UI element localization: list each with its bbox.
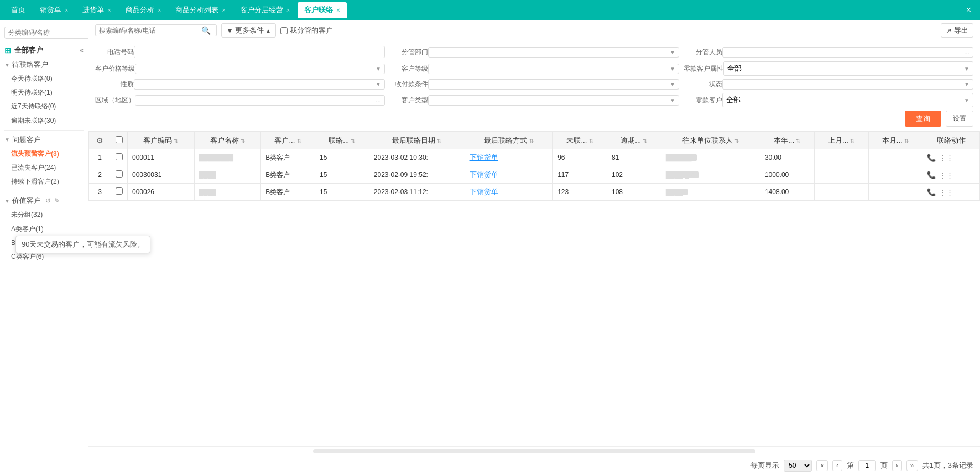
close-tab-analysis-list[interactable]: ×: [222, 7, 225, 13]
zero-customer-select[interactable]: 全部 ▼: [722, 93, 973, 107]
close-tab-analysis[interactable]: ×: [158, 7, 161, 13]
page-unit: 页: [880, 461, 888, 471]
sidebar-item-ungrouped[interactable]: 未分组(32): [0, 208, 88, 222]
th-name: 客户名称 ⇅: [194, 132, 261, 149]
sidebar-item-7days[interactable]: 近7天待联络(0): [0, 100, 88, 113]
manager-select[interactable]: …: [722, 47, 973, 58]
phone-action-icon[interactable]: 📞: [927, 154, 936, 162]
nav-tab-sales[interactable]: 销货单 ×: [33, 2, 75, 18]
close-tab-customer-tier[interactable]: ×: [286, 7, 290, 13]
more-action-icon[interactable]: ⋮⋮: [939, 154, 953, 162]
sort-icon[interactable]: ⇅: [437, 138, 441, 144]
select-all-checkbox[interactable]: [116, 136, 123, 143]
sidebar-search-input[interactable]: [4, 27, 88, 39]
first-page-btn[interactable]: «: [816, 460, 828, 471]
per-page-select[interactable]: 50 100 200: [784, 460, 812, 472]
price-level-select[interactable]: ▼: [135, 64, 385, 74]
sort-icon[interactable]: ⇅: [850, 138, 854, 144]
more-action-icon[interactable]: ⋮⋮: [939, 171, 953, 179]
my-customers-check[interactable]: 我分管的客户: [280, 25, 333, 35]
payment-label: 收付款条件: [389, 80, 428, 89]
row-checkbox[interactable]: [116, 170, 123, 178]
last-page-btn[interactable]: »: [906, 460, 918, 471]
search-button[interactable]: 🔍: [201, 26, 211, 35]
status-select[interactable]: ▼: [722, 79, 973, 90]
nav-tab-analysis[interactable]: 商品分析 ×: [119, 2, 168, 18]
search-input[interactable]: [99, 27, 201, 34]
filter-payment: 收付款条件 ▼: [389, 79, 679, 90]
phone-label: 电话号码: [95, 48, 134, 57]
window-close[interactable]: ×: [962, 5, 976, 15]
sidebar-item-today[interactable]: 今天待联络(0): [0, 72, 88, 86]
group-value-header[interactable]: ▼ 价值客户 ↺ ✎: [0, 194, 88, 208]
filter-row-1: 电话号码 分管部门 ▼ 分管人员 …: [95, 46, 973, 58]
more-action-icon[interactable]: ⋮⋮: [939, 188, 953, 196]
more-conditions-btn[interactable]: ▼ 更多条件 ▲: [221, 23, 276, 38]
my-customers-checkbox[interactable]: [280, 27, 288, 34]
close-tab-sales[interactable]: ×: [65, 7, 68, 13]
sort-icon[interactable]: ⇅: [796, 138, 800, 144]
close-tab-customer-contact[interactable]: ×: [336, 7, 340, 13]
sort-icon[interactable]: ⇅: [734, 138, 739, 144]
nav-home[interactable]: 首页: [4, 3, 32, 17]
row-code: 00030031: [128, 166, 195, 184]
phone-action-icon[interactable]: 📞: [927, 188, 936, 196]
contact-type-link[interactable]: 下销货单: [470, 187, 498, 196]
data-table: ⚙ 客户编码 ⇅ 客户名称 ⇅: [88, 132, 980, 201]
sort-icon[interactable]: ⇅: [643, 138, 647, 144]
next-page-btn[interactable]: ›: [892, 460, 902, 471]
contact-type-link[interactable]: 下销货单: [470, 170, 498, 179]
sidebar-item-tomorrow[interactable]: 明天待联络(1): [0, 86, 88, 100]
scrollbar-area: [88, 446, 980, 456]
horizontal-scrollbar[interactable]: [313, 449, 755, 453]
sidebar-item-declining[interactable]: 持续下滑客户(2): [0, 175, 88, 189]
row-check: [111, 166, 128, 184]
nav-tab-purchase[interactable]: 进货单 ×: [76, 2, 117, 18]
gender-select[interactable]: ▼: [134, 79, 385, 90]
sidebar-item-churned[interactable]: 已流失客户(24): [0, 161, 88, 175]
filter-phone: 电话号码: [95, 46, 385, 58]
group-problem-header[interactable]: ▼ 问题客户: [0, 133, 88, 147]
zero-attr-select[interactable]: 全部 ▼: [723, 61, 973, 76]
sidebar-item-a-class[interactable]: A类客户(1): [0, 222, 88, 236]
payment-select[interactable]: ▼: [428, 79, 679, 90]
customer-level-select[interactable]: ▼: [428, 64, 679, 74]
region-select[interactable]: …: [135, 95, 385, 106]
sort-icon[interactable]: ⇅: [241, 138, 245, 144]
sort-icon[interactable]: ⇅: [297, 138, 301, 144]
contact-type-link[interactable]: 下销货单: [470, 153, 498, 161]
sort-icon[interactable]: ⇅: [589, 138, 593, 144]
customer-type-select[interactable]: ▼: [428, 95, 679, 106]
phone-input[interactable]: [134, 46, 385, 58]
row-checkbox[interactable]: [116, 187, 123, 195]
refresh-icon[interactable]: ↺: [45, 197, 51, 205]
all-customers-header[interactable]: ⊞ 全部客户 «: [0, 43, 88, 58]
prev-page-btn[interactable]: ‹: [832, 460, 842, 471]
settings-button[interactable]: 设置: [946, 111, 973, 127]
sidebar-collapse-btn[interactable]: «: [80, 46, 84, 54]
pagination: 每页显示 50 100 200 « ‹ 第 页 › » 共1页，3条记录: [88, 456, 980, 475]
close-tab-purchase[interactable]: ×: [107, 7, 111, 13]
phone-action-icon[interactable]: 📞: [927, 171, 936, 179]
query-button[interactable]: 查询: [905, 111, 941, 127]
sort-icon[interactable]: ⇅: [529, 138, 534, 144]
sort-icon[interactable]: ⇅: [904, 138, 909, 144]
nav-tab-customer-contact[interactable]: 客户联络 ×: [298, 2, 346, 18]
dept-select[interactable]: ▼: [428, 47, 679, 58]
zero-customer-arrow: ▼: [964, 97, 969, 103]
sort-icon[interactable]: ⇅: [351, 138, 355, 144]
export-btn[interactable]: ↗ 导出: [941, 23, 973, 38]
row-name: ████████: [194, 149, 261, 166]
row-code: 000011: [128, 149, 195, 166]
settings-gear-icon[interactable]: ⚙: [96, 136, 103, 145]
nav-tab-analysis-list[interactable]: 商品分析列表 ×: [169, 2, 232, 18]
page-input[interactable]: [858, 460, 876, 471]
sidebar-item-churn-warning[interactable]: 流失预警客户(3): [0, 147, 88, 161]
sort-icon[interactable]: ⇅: [174, 138, 178, 144]
edit-icon[interactable]: ✎: [54, 197, 60, 205]
dept-label: 分管部门: [389, 48, 428, 57]
row-checkbox[interactable]: [116, 153, 123, 160]
nav-tab-customer-tier[interactable]: 客户分层经营 ×: [233, 2, 296, 18]
group-pending-header[interactable]: ▼ 待联络客户: [0, 58, 88, 72]
sidebar-item-overdue[interactable]: 逾期未联络(30): [0, 114, 88, 128]
